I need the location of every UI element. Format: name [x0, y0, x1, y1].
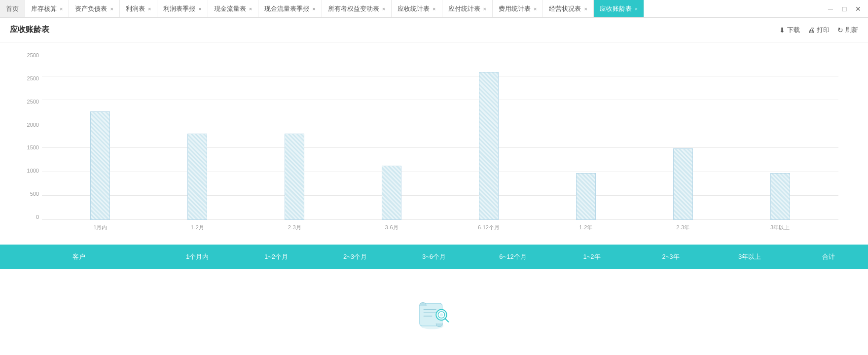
empty-state	[395, 279, 473, 348]
close-tab-profit[interactable]: ×	[148, 6, 151, 12]
bar-group-1	[52, 111, 149, 220]
tab-profit-quarterly[interactable]: 利润表季报 ×	[157, 0, 208, 17]
bar-group-23year	[634, 148, 731, 220]
x-label-6: 1-2年	[537, 224, 634, 231]
chart-area: 0 500 1000 1500 2000 2500 2500 2500	[0, 42, 868, 245]
tab-cashflow[interactable]: 现金流量表 ×	[208, 0, 258, 17]
page-header: 应收账龄表 ⬇ 下载 🖨 打印 ↻ 刷新	[0, 18, 868, 42]
th-1-2month: 1~2个月	[237, 252, 316, 261]
svg-line-7	[445, 319, 449, 322]
print-button[interactable]: 🖨 打印	[808, 26, 830, 35]
tab-operation[interactable]: 经营状况表 ×	[543, 0, 593, 17]
x-label-5: 6-12个月	[440, 224, 538, 231]
empty-icon	[409, 294, 459, 333]
th-1month: 1个月内	[158, 252, 237, 261]
chart-container: 0 500 1000 1500 2000 2500 2500 2500	[20, 52, 838, 235]
x-label-2: 1-2月	[149, 224, 246, 231]
download-icon: ⬇	[779, 26, 785, 34]
tab-expense-stat[interactable]: 费用统计表 ×	[493, 0, 543, 17]
close-tab-balance[interactable]: ×	[110, 6, 113, 12]
close-tab-ap-stat[interactable]: ×	[483, 6, 486, 12]
tab-ar-stat[interactable]: 应收统计表 ×	[392, 0, 442, 17]
bar-1month	[90, 111, 110, 220]
th-customer: 客户	[0, 252, 158, 261]
refresh-icon: ↻	[837, 26, 843, 34]
table-header: 客户 1个月内 1~2个月 2~3个月 3~6个月 6~12个月 1~2年 2~…	[0, 245, 868, 269]
th-3-6month: 3~6个月	[395, 252, 473, 261]
th-2-3year: 2~3年	[631, 252, 710, 261]
th-1-2year: 1~2年	[552, 252, 631, 261]
x-label-7: 2-3年	[634, 224, 731, 231]
bar-1-2month	[187, 134, 207, 220]
close-tab-expense-stat[interactable]: ×	[534, 6, 537, 12]
th-6-12month: 6~12个月	[473, 252, 552, 261]
bars-container	[42, 52, 838, 220]
y-label-2500a: 2500	[20, 99, 42, 105]
tab-inventory[interactable]: 库存核算 ×	[25, 0, 69, 17]
y-label-1500: 1500	[20, 144, 42, 150]
y-label-0: 0	[20, 214, 42, 220]
svg-point-8	[440, 313, 443, 317]
bar-2-3year	[673, 148, 693, 220]
tab-bar: 首页 库存核算 × 资产负债表 × 利润表 × 利润表季报 × 现金流量表 × …	[0, 0, 868, 18]
close-tab-equity[interactable]: ×	[382, 6, 385, 12]
y-label-2000: 2000	[20, 122, 42, 128]
y-label-2500c: 2500	[20, 52, 42, 58]
window-close-button[interactable]: ✕	[852, 3, 864, 15]
maximize-button[interactable]: □	[838, 3, 850, 15]
x-axis: 1月内 1-2月 2-3月 3-6月 6-12个月 1-2年 2-3年 3年以上	[42, 220, 838, 235]
page-title: 应收账龄表	[10, 25, 49, 35]
bar-group-12month	[149, 134, 246, 220]
x-label-1: 1月内	[52, 224, 149, 231]
x-label-8: 3年以上	[731, 224, 829, 231]
tab-equity[interactable]: 所有者权益变动表 ×	[322, 0, 392, 17]
bar-group-3plusyear	[731, 173, 829, 220]
download-button[interactable]: ⬇ 下载	[779, 26, 800, 35]
th-2-3month: 2~3个月	[316, 252, 395, 261]
bar-group-12year	[537, 173, 634, 220]
tab-profit[interactable]: 利润表 ×	[120, 0, 157, 17]
x-label-4: 3-6月	[343, 224, 440, 231]
bar-group-36month	[343, 166, 440, 220]
close-tab-operation[interactable]: ×	[584, 6, 587, 12]
header-actions: ⬇ 下载 🖨 打印 ↻ 刷新	[779, 26, 858, 35]
close-tab-ar-stat[interactable]: ×	[433, 6, 435, 12]
print-icon: 🖨	[808, 26, 815, 34]
bar-6-12month	[479, 72, 499, 220]
tab-ap-stat[interactable]: 应付统计表 ×	[442, 0, 493, 17]
tab-bar-actions: ─ □ ✕	[821, 3, 868, 15]
tab-cashflow-quarterly[interactable]: 现金流量表季报 ×	[258, 0, 322, 17]
th-3plus-year: 3年以上	[710, 252, 789, 261]
close-tab-profit-quarterly[interactable]: ×	[198, 6, 201, 12]
close-tab-cashflow-quarterly[interactable]: ×	[312, 6, 315, 12]
x-label-3: 2-3月	[246, 224, 343, 231]
th-total: 合计	[789, 252, 868, 261]
tab-home[interactable]: 首页	[0, 0, 25, 17]
minimize-button[interactable]: ─	[825, 3, 836, 15]
y-label-2500b: 2500	[20, 75, 42, 81]
tab-ar-aging[interactable]: 应收账龄表 ×	[594, 0, 644, 17]
bar-3plus-year	[770, 173, 790, 220]
main-content: 0 500 1000 1500 2000 2500 2500 2500	[0, 42, 868, 355]
bar-2-3month	[285, 134, 304, 220]
close-tab-ar-aging[interactable]: ×	[635, 6, 638, 12]
y-label-500: 500	[20, 191, 42, 197]
bar-1-2year	[576, 173, 596, 220]
close-tab-cashflow[interactable]: ×	[249, 6, 252, 12]
table-body	[0, 269, 868, 355]
bar-3-6month	[382, 166, 401, 220]
close-tab-inventory[interactable]: ×	[60, 6, 63, 12]
bar-group-612month	[440, 72, 538, 220]
bar-group-23month	[246, 134, 343, 220]
y-label-1000: 1000	[20, 168, 42, 174]
y-axis: 0 500 1000 1500 2000 2500 2500 2500	[20, 52, 42, 220]
refresh-button[interactable]: ↻ 刷新	[837, 26, 858, 35]
tab-balance[interactable]: 资产负债表 ×	[69, 0, 119, 17]
